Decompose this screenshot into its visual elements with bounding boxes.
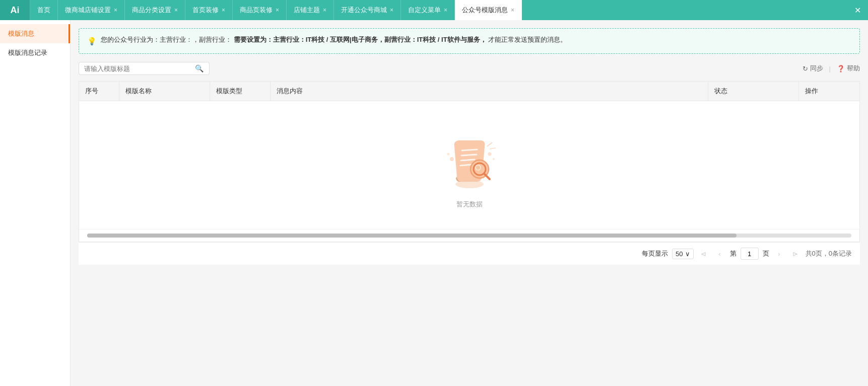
close-tab-product-decor[interactable]: ×: [276, 7, 279, 13]
th-index: 序号: [79, 82, 119, 101]
empty-state: 暂无数据: [79, 101, 859, 229]
last-page-button[interactable]: ⊳: [789, 248, 802, 260]
search-input[interactable]: [84, 65, 195, 72]
page-size-label: 每页显示: [642, 249, 668, 258]
help-button[interactable]: ❓ 帮助: [837, 64, 860, 73]
svg-line-1: [462, 149, 477, 150]
content-area: 💡 您的公众号行业为：主营行业：，副营行业： 需要设置为：主营行业：IT科技 /…: [71, 20, 868, 386]
close-tab-custom-menu[interactable]: ×: [444, 7, 447, 13]
nav-tab-category-settings[interactable]: 商品分类设置 ×: [125, 0, 185, 20]
svg-point-10: [447, 153, 449, 156]
nav-tab-shop-theme[interactable]: 店铺主题 ×: [287, 0, 334, 20]
sidebar-item-template-message[interactable]: 模版消息: [0, 24, 70, 43]
svg-line-14: [490, 148, 496, 149]
close-tab-shop-theme[interactable]: ×: [323, 7, 326, 13]
svg-point-12: [493, 158, 495, 160]
page-di-label: 第: [730, 249, 737, 258]
horizontal-scrollbar[interactable]: [87, 234, 851, 238]
scrollbar-area[interactable]: [79, 229, 859, 242]
page-number-input[interactable]: [741, 248, 759, 260]
sidebar-item-template-message-record[interactable]: 模版消息记录: [0, 43, 70, 62]
search-bar: 🔍 ↻ 同步 | ❓ 帮助: [79, 62, 860, 75]
alert-icon: 💡: [87, 35, 97, 47]
search-input-wrap[interactable]: 🔍: [79, 62, 210, 75]
table-container: 序号 模版名称 模版类型 消息内容 状态 操作: [79, 81, 860, 242]
app-logo: Ai: [0, 0, 30, 20]
scrollbar-thumb[interactable]: [87, 234, 737, 238]
page-size-select[interactable]: 50 ∨: [672, 249, 693, 259]
alert-box: 💡 您的公众号行业为：主营行业：，副营行业： 需要设置为：主营行业：IT科技 /…: [79, 28, 860, 54]
chevron-down-icon: ∨: [685, 250, 690, 258]
nav-tab-home[interactable]: 首页: [30, 0, 58, 20]
close-all-tabs[interactable]: ✕: [847, 6, 868, 15]
sidebar: 模版消息 模版消息记录: [0, 20, 71, 386]
nav-tab-home-decor[interactable]: 首页装修 ×: [185, 0, 233, 20]
th-action: 操作: [799, 82, 859, 101]
svg-point-9: [450, 157, 454, 161]
prev-page-button[interactable]: ‹: [714, 248, 726, 260]
total-info: 共0页，0条记录: [806, 249, 852, 258]
svg-line-13: [487, 142, 492, 146]
pagination: 每页显示 50 ∨ ⊲ ‹ 第 页 › ⊳ 共0页，0条记录: [79, 242, 860, 265]
next-page-button[interactable]: ›: [773, 248, 785, 260]
nav-tab-custom-menu[interactable]: 自定义菜单 ×: [401, 0, 455, 20]
nav-tab-template-message[interactable]: 公众号模版消息 ×: [455, 0, 522, 20]
search-icon[interactable]: 🔍: [195, 64, 204, 72]
th-name: 模版名称: [119, 82, 210, 101]
close-tab-template-message[interactable]: ×: [511, 7, 514, 13]
table-header: 序号 模版名称 模版类型 消息内容 状态 操作: [79, 82, 859, 101]
svg-line-4: [460, 165, 472, 166]
alert-suffix: 才能正常发送预置的消息。: [488, 36, 567, 43]
divider: |: [829, 65, 831, 72]
alert-highlight: 需要设置为：主营行业：IT科技 / 互联网|电子商务，副营行业：IT科技 / I…: [234, 36, 487, 43]
th-status: 状态: [708, 82, 799, 101]
sync-icon: ↻: [803, 65, 808, 72]
svg-line-2: [461, 155, 477, 156]
help-icon: ❓: [837, 65, 845, 72]
main-layout: 模版消息 模版消息记录 💡 您的公众号行业为：主营行业：，副营行业： 需要设置为…: [0, 20, 868, 386]
empty-illustration: [439, 131, 500, 192]
th-content: 消息内容: [271, 82, 708, 101]
close-tab-open-mall[interactable]: ×: [390, 7, 393, 13]
top-nav: Ai 首页 微商城店铺设置 × 商品分类设置 × 首页装修 × 商品页装修 × …: [0, 0, 868, 20]
close-tab-category-settings[interactable]: ×: [174, 7, 178, 13]
empty-text: 暂无数据: [456, 200, 483, 209]
nav-tab-product-decor[interactable]: 商品页装修 ×: [233, 0, 287, 20]
sync-button[interactable]: ↻ 同步: [803, 64, 823, 73]
page-unit-label: 页: [763, 249, 769, 258]
svg-point-11: [488, 152, 491, 156]
svg-line-3: [461, 160, 475, 161]
th-type: 模版类型: [210, 82, 271, 101]
close-tab-shop-settings[interactable]: ×: [114, 7, 117, 13]
nav-tab-shop-settings[interactable]: 微商城店铺设置 ×: [58, 0, 125, 20]
nav-tab-open-mall[interactable]: 开通公众号商城 ×: [334, 0, 401, 20]
alert-prefix: 您的公众号行业为：主营行业：，副营行业：: [101, 36, 232, 43]
page-size-value: 50: [676, 250, 683, 258]
close-tab-home-decor[interactable]: ×: [222, 7, 225, 13]
toolbar-right: ↻ 同步 | ❓ 帮助: [803, 64, 860, 73]
first-page-button[interactable]: ⊲: [698, 248, 710, 260]
